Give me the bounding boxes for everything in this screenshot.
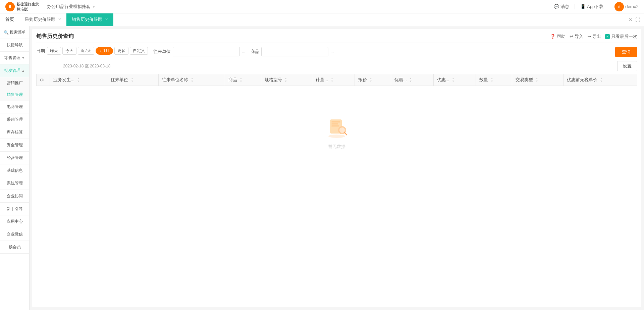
sidebar-item-wholesale[interactable]: 批发管理 ▲ (0, 64, 29, 77)
sidebar-item-guide[interactable]: 新手引导 (0, 203, 29, 215)
help-button[interactable]: ❓ 帮助 (550, 34, 566, 40)
sort-quoted-price: ▲ ▼ (370, 77, 372, 83)
product-input[interactable] (261, 47, 328, 56)
settings-button[interactable]: 设置 (617, 61, 637, 71)
date-buttons: 昨天 今天 近7天 近1月 更多 自定义 (47, 47, 148, 55)
shortcuts-label: 快捷导航 (7, 42, 23, 48)
sort-up-icon9: ▲ (452, 77, 454, 80)
sort-pretax-price: ▲ ▼ (600, 77, 603, 83)
message-button[interactable]: 💬 消息 (554, 4, 569, 10)
sidebar-item-purchase[interactable]: 采购管理 (0, 113, 29, 126)
sort-down-icon4: ▼ (239, 80, 242, 83)
th-quoted-price[interactable]: 报价 ▲ ▼ (355, 74, 391, 86)
date-btn-7days[interactable]: 近7天 (78, 47, 94, 55)
tab-home-label: 首页 (5, 16, 14, 22)
purchase-label: 采购管理 (7, 117, 23, 122)
sidebar-item-finance[interactable]: 资金管理 (0, 139, 29, 152)
th-unit[interactable]: 计量... ▲ ▼ (312, 74, 355, 86)
help-label: 帮助 (557, 34, 566, 40)
wholesale-expand-icon: ▲ (21, 69, 25, 72)
header-separator (575, 4, 575, 9)
empty-state-icon (323, 113, 350, 140)
date-btn-today[interactable]: 今天 (62, 47, 76, 55)
message-label: 消息 (560, 4, 569, 10)
sidebar-item-app-center[interactable]: 应用中心 (0, 215, 29, 228)
breadcrumb[interactable]: 办公用品行业模拟账套 ▼ (47, 4, 96, 10)
sidebar-item-search[interactable]: 🔍 搜索菜单 (0, 26, 29, 39)
tab-close-all-icon[interactable]: ✕ (629, 17, 633, 22)
sort-up-icon11: ▲ (536, 77, 538, 80)
sidebar-item-basic-info[interactable]: 基础信息 (0, 164, 29, 177)
export-button[interactable]: ↪ 导出 (587, 34, 601, 40)
sidebar-item-ecommerce[interactable]: 电商管理 (0, 101, 29, 113)
sidebar-item-wechat[interactable]: 企业微信 (0, 228, 29, 241)
th-unit-name[interactable]: 往来单位名称 ▲ ▼ (159, 74, 225, 86)
app-download-button[interactable]: 📱 App下载 (580, 4, 603, 10)
sidebar-item-enterprise[interactable]: 企业协同 (0, 190, 29, 203)
date-btn-more[interactable]: 更多 (114, 47, 128, 55)
sort-down-icon: ▼ (77, 80, 79, 83)
import-button[interactable]: ↩ 导入 (570, 34, 583, 40)
data-table: ⚙ 业务发生... ▲ ▼ 往来单位 ▲ (36, 74, 637, 86)
sidebar-item-operations[interactable]: 经营管理 (0, 152, 29, 164)
sort-down-icon8: ▼ (409, 80, 412, 83)
date-btn-1month[interactable]: 近1月 (96, 47, 113, 55)
message-icon: 💬 (554, 4, 559, 9)
svg-point-6 (339, 127, 345, 133)
tab-home[interactable]: 首页 (0, 13, 19, 26)
app-download-icon: 📱 (580, 4, 586, 9)
only-last-checkbox[interactable]: ✓ 只看最后一次 (605, 34, 637, 40)
sort-down-icon2: ▼ (131, 80, 133, 83)
th-biz-date[interactable]: 业务发生... ▲ ▼ (50, 74, 107, 86)
basic-info-label: 基础信息 (7, 168, 23, 173)
tab-expand-icon[interactable]: ⛶ (635, 17, 640, 22)
from-unit-input[interactable] (173, 47, 240, 56)
sort-unit: ▲ ▼ (331, 77, 333, 83)
breadcrumb-text: 办公用品行业模拟账套 (47, 4, 91, 10)
tab-sales-history[interactable]: 销售历史价跟踪 ✕ (66, 13, 113, 26)
only-last-label: 只看最后一次 (611, 34, 637, 40)
sort-up-icon10: ▲ (491, 77, 493, 80)
sidebar-item-vip[interactable]: 畅会员 (0, 241, 29, 254)
product-dots: ... (330, 49, 334, 54)
tab-purchase-history[interactable]: 采购历史价跟踪 ✕ (19, 13, 66, 26)
tab-purchase-history-close[interactable]: ✕ (58, 17, 61, 21)
gear-icon[interactable]: ⚙ (40, 78, 44, 83)
query-button[interactable]: 查询 (615, 47, 637, 57)
tab-sales-history-close[interactable]: ✕ (105, 17, 108, 21)
header-separator2 (609, 4, 609, 9)
from-unit-filter-group: 往来单位 ... (153, 47, 245, 56)
sidebar-item-shortcuts[interactable]: 快捷导航 (0, 39, 29, 52)
export-icon: ↪ (587, 34, 591, 39)
sort-up-icon8: ▲ (409, 77, 412, 80)
th-spec[interactable]: 规格型号 ▲ ▼ (261, 74, 312, 86)
sort-trade-type: ▲ ▼ (536, 77, 538, 83)
sort-down-icon7: ▼ (370, 80, 372, 83)
sort-quantity: ▲ ▼ (491, 77, 493, 83)
th-product[interactable]: 商品 ▲ ▼ (225, 74, 261, 86)
date-range-text: 2023-02-18 至 2023-03-18 (63, 63, 110, 69)
sidebar-item-search-label: 搜索菜单 (10, 30, 26, 35)
tab-sales-history-label: 销售历史价跟踪 (72, 16, 102, 22)
sidebar-item-sales-mgmt[interactable]: 销售管理 (0, 89, 29, 101)
sidebar-item-retail[interactable]: 零售管理 ▼ (0, 52, 29, 64)
user-profile[interactable]: d demo2 (614, 2, 639, 11)
th-quantity[interactable]: 数量 ▲ ▼ (476, 74, 512, 86)
sidebar-item-system[interactable]: 系统管理 (0, 177, 29, 190)
th-discount1[interactable]: 优惠... ▲ ▼ (391, 74, 434, 86)
help-icon: ❓ (550, 34, 555, 39)
th-discount2[interactable]: 优惠... ▲ ▼ (433, 74, 476, 86)
sidebar-item-marketing[interactable]: 营销推广 (0, 77, 29, 89)
product-filter-group: 商品 ... (251, 47, 334, 56)
app-center-label: 应用中心 (7, 219, 23, 224)
marketing-label: 营销推广 (7, 81, 23, 85)
th-pretax-price[interactable]: 优惠前无税单价 ▲ ▼ (563, 74, 637, 86)
table-header-row: ⚙ 业务发生... ▲ ▼ 往来单位 ▲ (37, 74, 637, 86)
date-btn-yesterday[interactable]: 昨天 (47, 47, 61, 55)
inventory-label: 库存核算 (7, 130, 23, 135)
th-trade-type[interactable]: 交易类型 ▲ ▼ (512, 74, 564, 86)
date-btn-custom[interactable]: 自定义 (130, 47, 148, 55)
th-unit-code[interactable]: 往来单位 ▲ ▼ (107, 74, 159, 86)
sidebar-item-inventory[interactable]: 库存核算 (0, 126, 29, 139)
sort-product: ▲ ▼ (239, 77, 242, 83)
